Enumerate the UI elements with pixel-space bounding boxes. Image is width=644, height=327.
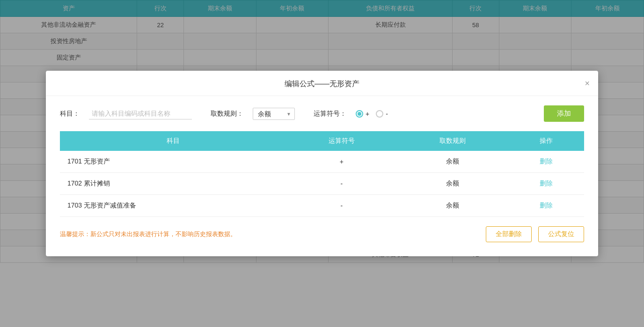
formula-action-cell: 删除: [508, 173, 584, 195]
formula-operator-cell: -: [286, 173, 397, 195]
formula-subject-cell: 1701 无形资产: [60, 151, 286, 173]
operator-plus-label: +: [366, 110, 369, 118]
modal-table-wrapper: 科目 运算符号 取数规则 操作 1701 无形资产+余额删除1702 累计摊销-…: [60, 131, 584, 217]
delete-row-link[interactable]: 删除: [540, 179, 553, 187]
subject-label: 科目：: [60, 110, 80, 118]
operator-radio-group: + -: [356, 110, 388, 118]
modal-close-button[interactable]: ×: [585, 79, 590, 88]
formula-operator-cell: -: [286, 195, 397, 217]
formula-action-cell: 删除: [508, 195, 584, 217]
edit-formula-modal: 编辑公式——无形资产 × 科目： 取数规则： 余额 借方 贷方 借方发生额 贷方…: [46, 71, 598, 256]
delete-row-link[interactable]: 删除: [540, 157, 553, 165]
operator-plus-radio[interactable]: +: [356, 110, 369, 118]
formula-action-cell: 删除: [508, 151, 584, 173]
radio-minus-circle: [376, 110, 383, 118]
formula-subject-cell: 1702 累计摊销: [60, 173, 286, 195]
formula-reset-button[interactable]: 公式复位: [538, 226, 584, 242]
formula-operator-cell: +: [286, 151, 397, 173]
formula-rule-cell: 余额: [397, 195, 508, 217]
operator-minus-label: -: [386, 110, 388, 118]
modal-title: 编辑公式——无形资产: [285, 79, 359, 89]
formula-rule-cell: 余额: [397, 151, 508, 173]
radio-plus-circle: [356, 110, 363, 118]
formula-rule-cell: 余额: [397, 173, 508, 195]
formula-table: 科目 运算符号 取数规则 操作 1701 无形资产+余额删除1702 累计摊销-…: [60, 131, 584, 217]
th-subject: 科目: [60, 131, 286, 151]
table-header-row: 科目 运算符号 取数规则 操作: [60, 131, 584, 151]
rule-select-wrapper: 余额 借方 贷方 借方发生额 贷方发生额 ▼: [253, 108, 295, 120]
footer-tip: 温馨提示：新公式只对未出报表进行计算，不影响历史报表数据。: [60, 230, 236, 238]
th-rule: 取数规则: [397, 131, 508, 151]
formula-subject-cell: 1703 无形资产减值准备: [60, 195, 286, 217]
add-button[interactable]: 添加: [544, 105, 584, 122]
modal-header: 编辑公式——无形资产 ×: [46, 71, 598, 96]
formula-table-row: 1702 累计摊销-余额删除: [60, 173, 584, 195]
delete-row-link[interactable]: 删除: [540, 201, 553, 209]
delete-all-button[interactable]: 全部删除: [486, 226, 532, 242]
operator-minus-radio[interactable]: -: [376, 110, 388, 118]
formula-table-row: 1701 无形资产+余额删除: [60, 151, 584, 173]
th-operator: 运算符号: [286, 131, 397, 151]
th-action: 操作: [508, 131, 584, 151]
footer-buttons: 全部删除 公式复位: [486, 226, 584, 242]
rule-label: 取数规则：: [211, 110, 243, 118]
rule-select[interactable]: 余额 借方 贷方 借方发生额 贷方发生额: [253, 108, 295, 120]
modal-footer: 温馨提示：新公式只对未出报表进行计算，不影响历史报表数据。 全部删除 公式复位: [46, 217, 598, 242]
formula-table-row: 1703 无形资产减值准备-余额删除: [60, 195, 584, 217]
form-row: 科目： 取数规则： 余额 借方 贷方 借方发生额 贷方发生额 ▼ 运算符号： +…: [46, 96, 598, 131]
operator-label: 运算符号：: [314, 110, 346, 118]
subject-input[interactable]: [89, 108, 192, 119]
